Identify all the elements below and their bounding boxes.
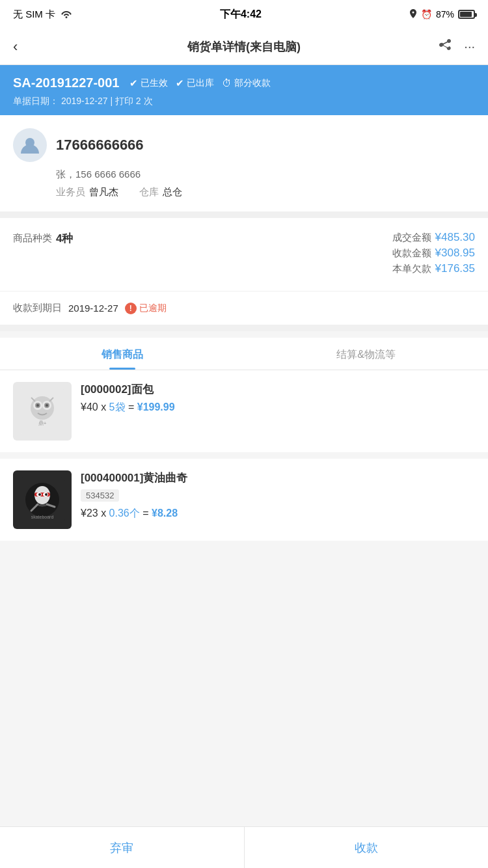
- cancel-button[interactable]: 弃审: [0, 827, 245, 868]
- badge-effective-label: 已生效: [141, 77, 168, 89]
- divider-1: [0, 211, 488, 218]
- debt-label: 本单欠款: [392, 263, 431, 275]
- amount-value: ¥485.30: [435, 231, 475, 244]
- product-code-1: [0000002]面包: [81, 382, 475, 397]
- customer-contact: 张，156 6666 6666: [56, 169, 475, 181]
- confirm-button[interactable]: 收款: [245, 827, 489, 868]
- due-date-section: 收款到期日 2019-12-27 ! 已逾期: [0, 291, 488, 325]
- carrier-text: 无 SIM 卡: [13, 8, 55, 21]
- product-types-label: 商品种类: [13, 232, 52, 245]
- stats-left: 商品种类 4种: [13, 231, 73, 249]
- alarm-icon: ⏰: [421, 9, 432, 20]
- status-left: 无 SIM 卡: [13, 8, 72, 21]
- nav-right-actions: ···: [438, 38, 475, 55]
- header-banner: SA-20191227-001 ✔ 已生效 ✔ 已出库 ⏱ 部分收款 单据日期：…: [0, 65, 488, 115]
- svg-text:skateboard: skateboard: [31, 515, 54, 519]
- bottom-bar: 弃审 收款: [0, 826, 488, 868]
- price-total-1: ¥199.99: [137, 401, 175, 413]
- product-item: 鼎+ [0000002]面包 ¥40 x 5袋 = ¥199.99: [0, 370, 488, 452]
- share-icon[interactable]: [438, 38, 452, 55]
- stats-row: 商品种类 4种 成交金额 ¥485.30 收款金额 ¥308.95 本单欠款 ¥…: [13, 231, 475, 278]
- print-count: 打印 2 次: [115, 96, 153, 106]
- product-price-1: ¥40 x 5袋 = ¥199.99: [81, 401, 475, 414]
- avatar: [13, 128, 47, 162]
- customer-name-row: 17666666666: [13, 128, 475, 162]
- overdue-icon: !: [125, 303, 137, 314]
- badge-effective: ✔ 已生效: [129, 77, 168, 89]
- status-bar: 无 SIM 卡 下午4:42 ⏰ 87%: [0, 0, 488, 29]
- received-value: ¥308.95: [435, 247, 475, 260]
- nav-bar: ‹ 销货单详情(来自电脑) ···: [0, 29, 488, 65]
- products-list: 鼎+ [0000002]面包 ¥40 x 5袋 = ¥199.99: [0, 370, 488, 541]
- tabs-section: 销售商品 结算&物流等: [0, 338, 488, 370]
- tab-sales-products[interactable]: 销售商品: [0, 338, 244, 370]
- product-item: skateboard [000400001]黄油曲奇 534532 ¥23 x …: [0, 459, 488, 541]
- product-image-2: skateboard: [13, 470, 72, 529]
- battery-text: 87%: [436, 9, 454, 20]
- debt-item: 本单欠款 ¥176.35: [392, 262, 475, 275]
- location-icon: [409, 9, 417, 20]
- due-date-label: 收款到期日: [13, 302, 62, 314]
- svg-point-16: [38, 493, 41, 496]
- salesperson-value: 曾凡杰: [89, 186, 118, 198]
- product-price-2: ¥23 x 0.36个 = ¥8.28: [81, 507, 475, 521]
- price-qty-1: 5袋: [109, 401, 126, 413]
- price-base-2: ¥23: [81, 508, 98, 519]
- product-image-1: 鼎+: [13, 382, 72, 441]
- salesperson-label: 业务员: [56, 186, 85, 198]
- product-types-value: 4种: [56, 231, 73, 246]
- badge-partial-label: 部分收款: [234, 77, 271, 89]
- customer-id: 17666666666: [56, 137, 144, 154]
- customer-section: 17666666666 张，156 6666 6666 业务员 曾凡杰 仓库 总…: [0, 115, 488, 211]
- product-types-item: 商品种类 4种: [13, 231, 73, 246]
- more-icon[interactable]: ···: [464, 39, 475, 54]
- back-button[interactable]: ‹: [8, 33, 23, 61]
- tab-settlement[interactable]: 结算&物流等: [244, 338, 488, 370]
- badge-shipped: ✔ 已出库: [176, 77, 214, 89]
- warehouse-item: 仓库 总仓: [139, 186, 182, 198]
- order-date-row: 单据日期： 2019-12-27 | 打印 2 次: [13, 96, 475, 107]
- price-base-1: ¥40: [81, 401, 98, 413]
- status-right: ⏰ 87%: [409, 9, 475, 20]
- overdue-badge: ! 已逾期: [125, 303, 167, 314]
- overdue-text: 已逾期: [139, 303, 167, 314]
- wifi-icon: [61, 9, 72, 20]
- status-time: 下午4:42: [220, 8, 262, 21]
- badge-shipped-label: 已出库: [187, 77, 214, 89]
- stats-section: 商品种类 4种 成交金额 ¥485.30 收款金额 ¥308.95 本单欠款 ¥…: [0, 218, 488, 291]
- received-item: 收款金额 ¥308.95: [392, 247, 475, 260]
- warehouse-value: 总仓: [163, 186, 182, 198]
- divider-2: [0, 325, 488, 331]
- stats-right: 成交金额 ¥485.30 收款金额 ¥308.95 本单欠款 ¥176.35: [392, 231, 475, 278]
- received-label: 收款金额: [392, 247, 431, 260]
- price-total-2: ¥8.28: [152, 508, 178, 519]
- amount-item: 成交金额 ¥485.30: [392, 231, 475, 244]
- customer-meta-row: 业务员 曾凡杰 仓库 总仓: [56, 186, 475, 198]
- clock-icon: ⏱: [222, 77, 232, 88]
- price-qty-2: 0.36个: [109, 508, 140, 519]
- date-label: 单据日期：: [13, 96, 59, 106]
- banner-top-row: SA-20191227-001 ✔ 已生效 ✔ 已出库 ⏱ 部分收款: [13, 75, 475, 90]
- salesperson-item: 业务员 曾凡杰: [56, 186, 118, 198]
- separator: |: [110, 96, 115, 106]
- debt-value: ¥176.35: [435, 262, 475, 275]
- check-icon-2: ✔: [176, 77, 184, 89]
- svg-point-8: [46, 404, 48, 407]
- page-title: 销货单详情(来自电脑): [187, 39, 301, 55]
- svg-point-17: [45, 493, 47, 496]
- product-code-2: [000400001]黄油曲奇: [81, 470, 475, 485]
- status-badges: ✔ 已生效 ✔ 已出库 ⏱ 部分收款: [129, 77, 271, 89]
- battery-icon: [458, 10, 475, 19]
- badge-partial: ⏱ 部分收款: [222, 77, 271, 89]
- check-icon-1: ✔: [129, 77, 138, 89]
- bottom-spacer: [0, 547, 488, 589]
- order-id: SA-20191227-001: [13, 75, 119, 90]
- warehouse-label: 仓库: [139, 186, 159, 198]
- order-date: 2019-12-27: [61, 96, 108, 106]
- product-info-2: [000400001]黄油曲奇 534532 ¥23 x 0.36个 = ¥8.…: [81, 470, 475, 521]
- due-date-value: 2019-12-27: [68, 303, 118, 314]
- amount-label: 成交金额: [392, 232, 431, 244]
- product-info-1: [0000002]面包 ¥40 x 5袋 = ¥199.99: [81, 382, 475, 414]
- svg-point-7: [36, 404, 39, 407]
- svg-text:鼎+: 鼎+: [38, 420, 47, 426]
